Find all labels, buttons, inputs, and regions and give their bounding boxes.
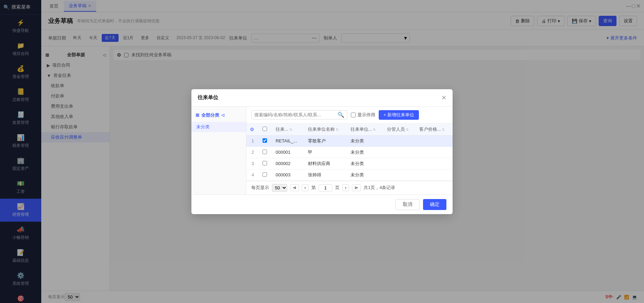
modal-search-wrapper: 🔍 [251,110,347,119]
row-price-1 [416,135,453,147]
modal-search-input[interactable] [254,112,337,117]
col-name: 往来单位名称⇅ [304,124,347,136]
modal-cat-collapse-icon[interactable]: ◁ [221,113,224,117]
row-manager-1 [384,135,416,147]
row-category-3: 未分类 [347,158,384,169]
col-manager: 分管人员⇅ [384,124,416,136]
modal-title: 往来单位 [198,94,218,101]
modal-table-wrapper: ⚙ 往来...⇅ 往来单位名称⇅ 往来单位...⇅ 分管人员⇅ 客户价格...⇅ [246,124,453,181]
page-prev-button[interactable]: ‹ [302,184,309,191]
row-checkbox-cell[interactable] [259,158,272,169]
total-info: 共1页，4条记录 [364,185,395,191]
row-code-3: 000002 [272,158,304,169]
page-number-input[interactable] [319,184,332,191]
table-row[interactable]: 3 000002 材料供应商 未分类 [246,158,453,169]
row-checkbox-4[interactable] [263,172,267,177]
col-code: 往来...⇅ [272,124,304,136]
col-price: 客户价格...⇅ [416,124,453,136]
cancel-button[interactable]: 取消 [396,199,420,210]
table-select-all[interactable] [263,127,267,131]
modal-header: 往来单位 ✕ [191,89,453,107]
modal-body: ⊞ 全部分类 ◁ 未分类 🔍 显示停用 [191,107,453,195]
row-checkbox-cell[interactable] [259,135,272,147]
modal-close-button[interactable]: ✕ [441,94,446,102]
row-price-3 [416,158,453,169]
col-checkbox[interactable] [259,124,272,136]
row-checkbox-cell[interactable] [259,169,272,180]
add-partner-button[interactable]: + 新增往来单位 [379,110,419,120]
confirm-button[interactable]: 确定 [423,199,446,210]
page-next-button[interactable]: › [342,184,349,191]
all-categories-label[interactable]: 全部分类 [201,112,219,118]
row-num: 3 [246,158,259,169]
modal-right: 🔍 显示停用 + 新增往来单位 ⚙ [246,107,453,195]
modal-actions: 取消 确定 [191,195,453,214]
page-suffix: 页 [335,185,340,191]
modal-pagination: 每页显示 50 ⊲ ‹ 第 页 › ⊳ 共1页，4条记录 [246,181,453,195]
col-category: 往来单位...⇅ [347,124,384,136]
per-page-select[interactable]: 50 [272,184,287,192]
page-label: 第 [311,185,316,191]
row-code-1: RETAIL_... [272,135,304,147]
modal-overlay[interactable]: 往来单位 ✕ ⊞ 全部分类 ◁ 未分类 [0,0,644,303]
show-inactive-checkbox[interactable] [351,113,356,117]
row-category-1: 未分类 [347,135,384,147]
row-num: 1 [246,135,259,147]
modal-cat-header: ⊞ 全部分类 ◁ [191,110,246,122]
page-last-button[interactable]: ⊳ [352,184,361,191]
row-name-2: 甲 [304,147,347,158]
row-name-1: 零散客户 [304,135,347,147]
row-checkbox-3[interactable] [263,161,267,165]
per-page-label: 每页显示 [251,185,269,191]
row-checkbox-1[interactable] [263,138,267,143]
unclassified-label: 未分类 [196,124,210,129]
page-first-button[interactable]: ⊲ [290,184,299,191]
show-inactive-label: 显示停用 [357,112,375,118]
row-manager-2 [384,147,416,158]
row-price-4 [416,169,453,180]
row-code-2: 000001 [272,147,304,158]
modal-cat-unclassified[interactable]: 未分类 [191,122,246,132]
table-row[interactable]: 2 000001 甲 未分类 [246,147,453,158]
row-manager-4 [384,169,416,180]
partner-modal: 往来单位 ✕ ⊞ 全部分类 ◁ 未分类 [191,89,453,214]
row-manager-3 [384,158,416,169]
row-num: 2 [246,147,259,158]
modal-toolbar: 🔍 显示停用 + 新增往来单位 [246,107,453,124]
table-row[interactable]: 1 RETAIL_... 零散客户 未分类 [246,135,453,147]
grid-icon: ⊞ [196,113,199,118]
row-name-4: 张帅得 [304,169,347,180]
partner-table: ⚙ 往来...⇅ 往来单位名称⇅ 往来单位...⇅ 分管人员⇅ 客户价格...⇅ [246,124,453,181]
add-partner-label: + 新增往来单位 [384,112,414,118]
row-price-2 [416,147,453,158]
row-category-4: 未分类 [347,169,384,180]
row-category-2: 未分类 [347,147,384,158]
search-icon: 🔍 [337,112,344,118]
row-checkbox-cell[interactable] [259,147,272,158]
col-settings[interactable]: ⚙ [246,124,259,136]
row-checkbox-2[interactable] [263,150,267,154]
row-name-3: 材料供应商 [304,158,347,169]
modal-categories: ⊞ 全部分类 ◁ 未分类 [191,107,246,195]
table-row[interactable]: 4 000003 张帅得 未分类 [246,169,453,180]
row-num: 4 [246,169,259,180]
show-inactive-wrapper: 显示停用 [351,112,375,118]
row-code-4: 000003 [272,169,304,180]
